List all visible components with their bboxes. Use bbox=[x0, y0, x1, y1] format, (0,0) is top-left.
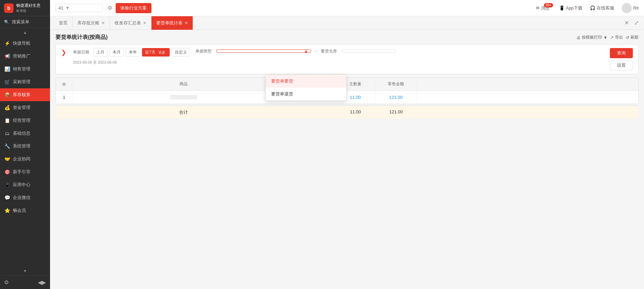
sidebar-collapse-icon[interactable]: ◀▶ bbox=[38, 279, 46, 286]
sidebar-item-app-center[interactable]: 📱 应用中心 bbox=[0, 178, 50, 191]
selector-arrow-icon: ▼ bbox=[65, 5, 70, 10]
finance-icon: 💰 bbox=[4, 105, 10, 110]
search-icon: 🔍 bbox=[4, 20, 9, 24]
print-template-btn[interactable]: 🖨 按模板打印 ▼ bbox=[576, 35, 607, 40]
app-brand: 畅捷通好生意 标准版 bbox=[16, 3, 41, 13]
sidebar-item-purchase[interactable]: 🛒 采购管理 bbox=[0, 75, 50, 88]
footer-unit bbox=[295, 106, 335, 119]
footer-retail-amount: 121.00 bbox=[376, 106, 416, 119]
sidebar-item-vip[interactable]: ⭐ 畅会员 bbox=[0, 204, 50, 217]
date-btn-this-month[interactable]: 本月 bbox=[110, 48, 124, 57]
export-icon: ↗ bbox=[610, 35, 614, 40]
sidebar-item-marketing[interactable]: 📢 营销推广 bbox=[0, 50, 50, 63]
footer-label: 合计 bbox=[72, 106, 295, 119]
close-inventory-batch-icon[interactable]: ✕ bbox=[101, 21, 105, 25]
tabbar-close-icon[interactable]: ✕ bbox=[623, 18, 630, 27]
page-title-row: 要货单统计表(按商品) 🖨 按模板打印 ▼ ↗ 导出 ↺ 刷新 bbox=[55, 34, 639, 41]
system-icon: 🔧 bbox=[4, 143, 10, 149]
sidebar-item-finance[interactable]: 💰 资金管理 bbox=[0, 101, 50, 114]
more-options-btn[interactable]: ··· bbox=[314, 48, 318, 54]
sidebar-item-basic-info[interactable]: 🗂 基础信息 bbox=[0, 127, 50, 140]
date-btn-last-month[interactable]: 上月 bbox=[93, 48, 108, 57]
message-icon: ✉ bbox=[536, 5, 540, 10]
headset-icon: 🎧 bbox=[590, 5, 595, 10]
app-logo: b bbox=[4, 3, 14, 13]
td-product-1 bbox=[73, 91, 295, 104]
settings-btn[interactable]: 设置 bbox=[610, 60, 633, 70]
print-icon: 🖨 bbox=[576, 35, 580, 40]
marketing-icon: 📢 bbox=[4, 53, 10, 59]
filter-input-group: 单据类型 ▲ ··· 要货仓库 bbox=[195, 48, 604, 54]
vip-icon: ⭐ bbox=[4, 208, 10, 213]
operations-icon: 📋 bbox=[4, 118, 10, 123]
sidebar-header: b 畅捷通好生意 标准版 bbox=[0, 0, 50, 16]
basic-info-icon: 🗂 bbox=[4, 131, 10, 136]
data-table: ⚙ 商品 主计量单位 主数量 零售金额 1 块 11.00 bbox=[55, 77, 639, 104]
sidebar-item-sales[interactable]: 📊 销售管理 bbox=[0, 63, 50, 75]
td-retail-amount-1[interactable]: 121.00 bbox=[376, 91, 416, 104]
quick-nav-icon: ⚡ bbox=[4, 41, 10, 46]
th-product: 商品 bbox=[73, 78, 295, 90]
tabbar: 首页 库存批次账 ✕ 收发存汇总表 ✕ 要货单统计表 ✕ ✕ ⤢ bbox=[50, 16, 644, 30]
tabbar-expand-icon[interactable]: ⤢ bbox=[633, 18, 640, 27]
messages-btn[interactable]: ✉ 消息 99+ bbox=[536, 5, 550, 11]
table-footer: 合计 11.00 121.00 bbox=[55, 106, 639, 119]
filter-type-row: 单据类型 ▲ ··· 要货仓库 bbox=[195, 48, 604, 54]
sidebar: b 畅捷通好生意 标准版 🔍 搜索菜单 ▲ ⚡ 快捷导航 📢 营销推广 📊 销售… bbox=[0, 0, 50, 289]
enterprise-icon: 🤝 bbox=[4, 156, 10, 162]
filter-date-row: 单据日期 上月 本月 本年 近7天 近多 自定义 bbox=[73, 48, 190, 57]
online-service-btn[interactable]: 🎧 在线客服 bbox=[590, 5, 614, 11]
sidebar-item-system[interactable]: 🔧 系统管理 bbox=[0, 140, 50, 153]
page-content: 要货单统计表(按商品) 🖨 按模板打印 ▼ ↗ 导出 ↺ 刷新 bbox=[50, 30, 644, 289]
company-selector[interactable]: 41 ▼ bbox=[55, 4, 103, 12]
sidebar-item-beginner[interactable]: 🎯 新手引导 bbox=[0, 165, 50, 178]
sidebar-item-enterprise-wechat[interactable]: 💬 企业微信 bbox=[0, 191, 50, 204]
dropdown-option-return-goods[interactable]: 要货单退货 bbox=[266, 88, 346, 101]
table-row: 1 块 11.00 121.00 bbox=[56, 91, 638, 104]
query-btn[interactable]: 查询 bbox=[610, 48, 633, 58]
filter-actions: 查询 设置 bbox=[610, 48, 633, 70]
refresh-btn[interactable]: ↺ 刷新 bbox=[626, 35, 639, 40]
tab-home[interactable]: 首页 bbox=[54, 16, 73, 30]
app-download-btn[interactable]: 📱 App下载 bbox=[559, 5, 582, 11]
refresh-icon: ↺ bbox=[626, 35, 629, 40]
page-title: 要货单统计表(按商品) bbox=[55, 34, 108, 41]
beginner-icon: 🎯 bbox=[4, 169, 10, 175]
type-dropdown[interactable]: ▲ bbox=[216, 49, 311, 53]
date-btn-custom[interactable]: 自定义 bbox=[172, 48, 190, 57]
type-dropdown-popup: 要货单要货 要货单退货 bbox=[265, 74, 347, 101]
topbar-right: ✉ 消息 99+ 📱 App下载 🎧 在线客服 Rit bbox=[536, 3, 639, 13]
close-order-stats-icon[interactable]: ✕ bbox=[185, 21, 188, 25]
export-btn[interactable]: ↗ 导出 bbox=[610, 35, 623, 40]
sidebar-item-inventory[interactable]: 📦 库存核算 bbox=[0, 88, 50, 101]
sidebar-scroll-down[interactable]: ▼ bbox=[0, 267, 50, 275]
tab-inventory-batch[interactable]: 库存批次账 ✕ bbox=[73, 16, 110, 30]
sidebar-settings-icon[interactable]: ⚙ bbox=[4, 279, 9, 286]
app-center-icon: 📱 bbox=[4, 182, 10, 187]
filter-expand-btn[interactable]: ❯ bbox=[61, 49, 66, 56]
close-receive-summary-icon[interactable]: ✕ bbox=[143, 21, 146, 25]
sidebar-search[interactable]: 🔍 搜索菜单 bbox=[0, 16, 50, 28]
footer-main-qty: 11.00 bbox=[335, 106, 376, 119]
sidebar-item-enterprise[interactable]: 🤝 企业协同 bbox=[0, 153, 50, 165]
td-index-1: 1 bbox=[56, 91, 73, 104]
date-btn-recent[interactable]: 近7天 近多 bbox=[142, 48, 170, 57]
sidebar-item-operations[interactable]: 📋 经营管理 bbox=[0, 114, 50, 127]
print-chevron-icon: ▼ bbox=[603, 35, 607, 40]
topbar-gear-icon[interactable]: ⚙ bbox=[108, 5, 112, 11]
dropdown-option-order-goods[interactable]: 要货单要货 bbox=[266, 75, 346, 88]
inventory-icon: 📦 bbox=[4, 92, 10, 97]
messages-badge: 99+ bbox=[544, 3, 553, 7]
sidebar-bottom: ⚙ ◀▶ bbox=[0, 275, 50, 289]
tab-order-stats[interactable]: 要货单统计表 ✕ bbox=[151, 16, 193, 30]
sidebar-item-quick-nav[interactable]: ⚡ 快捷导航 bbox=[0, 37, 50, 50]
tab-receive-summary[interactable]: 收发存汇总表 ✕ bbox=[110, 16, 151, 30]
table-header: ⚙ 商品 主计量单位 主数量 零售金额 bbox=[56, 78, 638, 91]
sidebar-scroll-up[interactable]: ▲ bbox=[0, 28, 50, 37]
gear-icon[interactable]: ⚙ bbox=[62, 82, 66, 87]
warehouse-dropdown[interactable] bbox=[342, 49, 396, 53]
date-btn-this-year[interactable]: 本年 bbox=[126, 48, 140, 57]
industry-btn[interactable]: 体验行业方案 bbox=[116, 3, 151, 13]
user-avatar-btn[interactable]: Rit bbox=[622, 3, 639, 13]
th-extra bbox=[416, 78, 639, 90]
